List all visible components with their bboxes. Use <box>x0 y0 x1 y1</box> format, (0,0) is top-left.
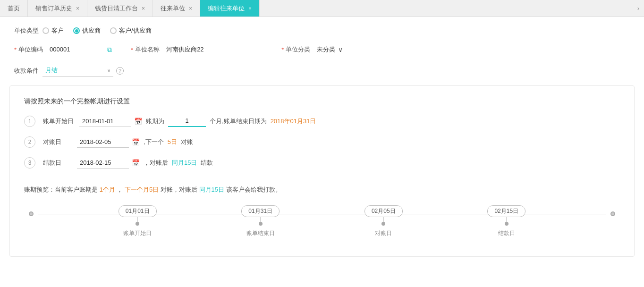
calendar-icon-2[interactable]: 📅 <box>132 138 140 146</box>
timeline-connector-4 <box>506 217 507 222</box>
close-icon[interactable]: × <box>189 5 192 12</box>
radio-both-circle <box>110 27 117 34</box>
preview-text3: 对账，对账后 <box>161 186 197 193</box>
tab-partner[interactable]: 往来单位 × <box>153 0 200 17</box>
period-suffix: 个月,账单结束日期为 <box>210 117 267 126</box>
timeline-end-dot <box>610 211 615 216</box>
chevron-right-icon: › <box>637 5 639 12</box>
payment-terms-value: 月结 <box>42 64 107 76</box>
unit-name-input[interactable] <box>163 44 258 55</box>
dropdown-arrow-icon: ∨ <box>107 68 113 73</box>
radio-customer-circle <box>42 27 49 34</box>
tab-cash-work[interactable]: 钱货日清工作台 × <box>87 0 153 17</box>
copy-icon[interactable]: ⧉ <box>107 46 112 54</box>
required-star-name: * <box>131 46 133 53</box>
period-value-input[interactable] <box>168 115 206 127</box>
radio-both-label: 客户/供应商 <box>119 26 152 35</box>
preview-text: 账期预览：当前客户账期是 1个月 ， 下一个月5日 对账，对账后 同月15日 该… <box>24 186 620 194</box>
reconcile-date-input[interactable] <box>77 136 129 148</box>
timeline-node-2: 01月31日 账单结束日 <box>241 205 280 237</box>
tab-home[interactable]: 首页 <box>0 0 28 17</box>
unit-category-dropdown[interactable]: 未分类 ∨ <box>314 43 390 56</box>
payment-terms-dropdown[interactable]: 月结 ∨ <box>42 64 113 77</box>
radio-supplier-circle <box>73 27 80 34</box>
settings-row-2: 2 对账日 📅 ,下一个 5日 对账 <box>24 136 620 148</box>
right-end-dot <box>610 211 615 216</box>
radio-both[interactable]: 客户/供应商 <box>110 26 152 35</box>
settings-row-1: 1 账单开始日 📅 账期为 个月,账单结束日期为 2018年01月31日 <box>24 115 620 127</box>
unit-category-label: 单位分类 <box>286 45 310 54</box>
timeline-start-dot <box>29 211 34 216</box>
payment-terms-label: 收款条件 <box>14 67 39 75</box>
required-star-cat: * <box>281 46 284 53</box>
start-date-input[interactable] <box>79 116 131 127</box>
tab-partner-label: 往来单位 <box>161 4 185 13</box>
reconcile-highlight: 5日 <box>168 138 177 146</box>
timeline-dot-4 <box>505 222 508 226</box>
period-end-date: 2018年01月31日 <box>271 117 316 126</box>
reconcile-pre: ,下一个 <box>144 138 164 146</box>
payment-date-input[interactable] <box>77 157 129 169</box>
reconcile-suffix: 对账 <box>181 138 193 146</box>
timeline-label-1: 账单开始日 <box>123 229 152 237</box>
close-icon[interactable]: × <box>248 5 252 12</box>
calendar-icon-3[interactable]: 📅 <box>132 159 140 167</box>
close-icon[interactable]: × <box>76 5 79 12</box>
timeline-label-4: 结款日 <box>498 229 515 237</box>
settings-title: 请按照未来的一个完整帐期进行设置 <box>24 97 620 106</box>
chevron-down-icon: ∨ <box>338 46 343 53</box>
payment-pre: ，对账后 <box>144 159 168 167</box>
row-1-label: 账单开始日 <box>43 117 74 126</box>
required-star-code: * <box>14 46 17 53</box>
settings-panel: 请按照未来的一个完整帐期进行设置 1 账单开始日 📅 账期为 个月,账单结束日期… <box>9 85 635 257</box>
radio-supplier[interactable]: 供应商 <box>73 26 101 35</box>
left-end-dot <box>29 211 34 216</box>
timeline-connector-1 <box>137 217 138 222</box>
timeline-node-4: 02月15日 结款日 <box>487 205 525 237</box>
unit-type-label: 单位类型 <box>14 26 39 35</box>
row-2-label: 对账日 <box>43 138 71 146</box>
timeline-node-1: 01月01日 账单开始日 <box>119 205 157 237</box>
preview-text4: 该客户会给我打款。 <box>226 186 281 193</box>
tab-cash-work-label: 钱货日清工作台 <box>95 4 138 13</box>
close-icon[interactable]: × <box>142 5 145 12</box>
calendar-icon-1[interactable]: 📅 <box>134 118 142 125</box>
row-3-label: 结款日 <box>43 159 71 167</box>
radio-customer[interactable]: 客户 <box>42 26 64 35</box>
tab-sales-history-label: 销售订单历史 <box>35 4 72 13</box>
tab-bar: 首页 销售订单历史 × 钱货日清工作台 × 往来单位 × 编辑往来单位 × › <box>0 0 644 17</box>
timeline-date-3: 02月05日 <box>364 205 403 217</box>
timeline: 01月01日 账单开始日 01月31日 账单结束日 <box>24 205 620 237</box>
timeline-connector-3 <box>383 217 384 222</box>
tab-edit-partner-label: 编辑往来单位 <box>208 4 245 13</box>
unit-type-radio-group: 客户 供应商 客户/供应商 <box>42 26 152 35</box>
tab-more-button[interactable]: › <box>633 0 644 17</box>
unit-code-input[interactable] <box>47 44 103 55</box>
row-num-3: 3 <box>24 157 35 169</box>
row-num-1: 1 <box>24 116 35 127</box>
timeline-label-2: 账单结束日 <box>246 229 275 237</box>
preview-label: 账期预览：当前客户账期是 <box>24 186 98 193</box>
timeline-label-3: 对账日 <box>375 229 392 237</box>
timeline-dot-3 <box>381 222 385 226</box>
timeline-nodes: 01月01日 账单开始日 01月31日 账单结束日 <box>29 205 615 237</box>
payment-terms-row: 收款条件 月结 ∨ ? <box>14 64 630 77</box>
tab-sales-history[interactable]: 销售订单历史 × <box>28 0 87 17</box>
help-icon[interactable]: ? <box>116 67 124 75</box>
preview-part1: 1个月 <box>100 186 115 193</box>
timeline-date-4: 02月15日 <box>487 205 525 217</box>
timeline-node-3: 02月05日 对账日 <box>364 205 403 237</box>
tab-edit-partner[interactable]: 编辑往来单位 × <box>200 0 260 17</box>
preview-section: 账期预览：当前客户账期是 1个月 ， 下一个月5日 对账，对账后 同月15日 该… <box>24 178 620 245</box>
payment-highlight: 同月15日 <box>172 159 197 167</box>
tab-home-label: 首页 <box>8 4 20 13</box>
timeline-date-2: 01月31日 <box>241 205 280 217</box>
radio-customer-label: 客户 <box>51 26 64 35</box>
payment-suffix: 结款 <box>201 159 213 167</box>
timeline-connector-2 <box>260 217 261 222</box>
row-num-2: 2 <box>24 136 35 148</box>
unit-info-row: * 单位编码 ⧉ * 单位名称 * 单位分类 未分类 ∨ <box>14 43 630 56</box>
timeline-date-1: 01月01日 <box>119 205 157 217</box>
preview-part2: 下一个月5日 <box>125 186 159 193</box>
unit-name-label: 单位名称 <box>135 45 160 54</box>
